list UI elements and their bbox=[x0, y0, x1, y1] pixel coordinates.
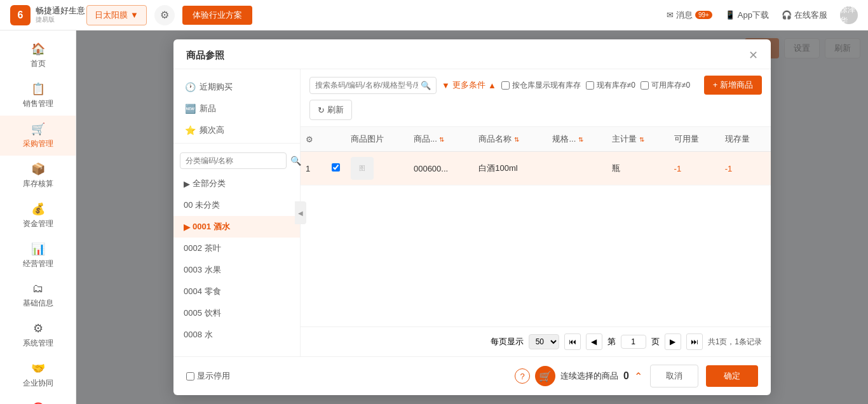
logo-text: 畅捷通好生意 bbox=[36, 6, 85, 16]
clock-icon: 🕐 bbox=[185, 82, 196, 92]
refresh-label: 刷新 bbox=[327, 104, 344, 116]
sidebar-item-purchase[interactable]: 🛒 采购管理 bbox=[0, 116, 76, 156]
product-table: ⚙ 商品图片 商品... ⇅ 商品名称 bbox=[301, 127, 771, 185]
category-item-tea[interactable]: 0002 茶叶 bbox=[173, 238, 300, 259]
category-label-snacks: 0004 零食 bbox=[184, 286, 221, 297]
check-available-stock[interactable]: 可用库存≠0 bbox=[641, 80, 690, 91]
sidebar-item-inventory[interactable]: 📦 库存核算 bbox=[0, 156, 76, 196]
col-name[interactable]: 商品名称 ⇅ bbox=[473, 127, 547, 152]
main-layout: 🏠 首页 📋 销售管理 🛒 采购管理 📦 库存核算 💰 资金管理 📊 经营管理 … bbox=[0, 30, 868, 404]
filter-more-arrow-icon: ▲ bbox=[488, 81, 496, 90]
check-warehouse-input[interactable] bbox=[501, 81, 510, 90]
col-spec[interactable]: 规格... ⇅ bbox=[547, 127, 607, 152]
table-body: 1 图 000600... 白酒100ml 瓶 bbox=[301, 152, 771, 185]
sidebar-item-sales[interactable]: 📋 销售管理 bbox=[0, 76, 76, 116]
sidebar-item-enterprise[interactable]: 🤝 企业协同 bbox=[0, 355, 76, 395]
sidebar-item-system[interactable]: ⚙ 系统管理 bbox=[0, 315, 76, 355]
category-search-icon[interactable]: 🔍 bbox=[290, 156, 301, 166]
close-button[interactable]: ✕ bbox=[749, 48, 758, 62]
prev-page-btn[interactable]: ◀ bbox=[586, 333, 602, 350]
sidebar-item-operations[interactable]: 📊 经营管理 bbox=[0, 236, 76, 276]
check-warehouse[interactable]: 按仓库显示现有库存 bbox=[501, 80, 581, 91]
row-checkbox[interactable] bbox=[332, 163, 340, 172]
filter-search-input[interactable] bbox=[315, 81, 418, 90]
category-label-appliances: 0010 家电 bbox=[184, 351, 221, 351]
inventory-icon: 📦 bbox=[31, 162, 45, 176]
nav-selector-label: 日太阳膜 bbox=[95, 10, 128, 21]
category-item-water[interactable]: 0008 水 bbox=[173, 324, 300, 346]
check-available-stock-input[interactable] bbox=[641, 81, 649, 90]
experience-btn[interactable]: 体验行业方案 bbox=[182, 6, 252, 25]
col-unit[interactable]: 主计量 ⇅ bbox=[607, 127, 668, 152]
cell-available: -1 bbox=[669, 152, 720, 185]
tab-frequent[interactable]: ⭐ 频次高 bbox=[179, 120, 295, 140]
category-item-snacks[interactable]: 0004 零食 bbox=[173, 281, 300, 302]
sort-code-icon: ⇅ bbox=[439, 136, 444, 143]
cancel-btn[interactable]: 取消 bbox=[650, 365, 698, 387]
refresh-btn[interactable]: ↻ 刷新 bbox=[309, 100, 352, 120]
next-page-btn[interactable]: ▶ bbox=[665, 333, 681, 350]
collapse-panel-btn[interactable]: ◀ bbox=[295, 201, 306, 224]
sidebar-label-inventory: 库存核算 bbox=[23, 178, 53, 189]
col-settings[interactable]: ⚙ bbox=[301, 127, 327, 152]
avatar[interactable]: 徐泽华 bbox=[840, 6, 858, 24]
category-item-appliances[interactable]: 0010 家电 bbox=[173, 346, 300, 351]
tab-recent-purchase[interactable]: 🕐 近期购买 bbox=[179, 77, 295, 97]
cell-image: 图 bbox=[346, 152, 409, 185]
footer-collapse-icon[interactable]: ⌃ bbox=[634, 370, 642, 382]
last-page-btn[interactable]: ⏭ bbox=[686, 333, 703, 350]
app-download-item[interactable]: 📱 App下载 bbox=[725, 10, 769, 21]
category-search-input[interactable] bbox=[180, 152, 287, 169]
online-service-item[interactable]: 🎧 在线客服 bbox=[782, 10, 827, 21]
category-item-fruit[interactable]: 0003 水果 bbox=[173, 259, 300, 281]
category-item-all[interactable]: ▶ 全部分类 bbox=[173, 173, 300, 194]
sidebar: 🏠 首页 📋 销售管理 🛒 采购管理 📦 库存核算 💰 资金管理 📊 经营管理 … bbox=[0, 30, 76, 404]
tab-new-products[interactable]: 🆕 新品 bbox=[179, 98, 295, 119]
pagination-bar: 每页显示 50 ⏮ ◀ 第 页 ▶ ⏭ 共1页，1条记录 bbox=[301, 327, 771, 356]
filter-more-conditions[interactable]: ▼ 更多条件 ▲ bbox=[442, 79, 496, 91]
category-item-alcohol[interactable]: ▶ 0001 酒水 bbox=[173, 216, 300, 238]
check-current-stock-input[interactable] bbox=[586, 81, 594, 90]
sidebar-item-finance[interactable]: 💰 资金管理 bbox=[0, 196, 76, 236]
show-disabled-checkbox[interactable] bbox=[186, 372, 194, 380]
col-name-label: 商品名称 bbox=[478, 134, 512, 144]
logo-area: 6 畅捷通好生意 捷易版 bbox=[10, 5, 86, 25]
check-warehouse-label: 按仓库显示现有库存 bbox=[512, 80, 581, 91]
cell-checkbox[interactable] bbox=[327, 152, 346, 185]
username: 徐泽华 bbox=[840, 4, 858, 26]
category-item-drinks[interactable]: 0005 饮料 bbox=[173, 302, 300, 324]
sidebar-label-enterprise: 企业协同 bbox=[23, 378, 53, 389]
mobile-icon: 📱 bbox=[725, 10, 735, 20]
category-item-unclassified[interactable]: 00 未分类 bbox=[173, 194, 300, 216]
message-label: 消息 bbox=[676, 10, 693, 21]
nav-selector[interactable]: 日太阳膜 ▼ bbox=[86, 5, 147, 25]
message-item[interactable]: ✉ 消息 99+ bbox=[667, 10, 712, 21]
page-size-select[interactable]: 50 bbox=[529, 334, 559, 349]
first-page-btn[interactable]: ⏮ bbox=[564, 333, 581, 350]
cart-btn[interactable]: 🛒 bbox=[535, 366, 555, 386]
operations-icon: 📊 bbox=[31, 242, 45, 256]
check-current-stock[interactable]: 现有库存≠0 bbox=[586, 80, 635, 91]
guide-icon: 🎯 bbox=[31, 401, 45, 404]
page-input[interactable] bbox=[621, 335, 646, 349]
confirm-btn[interactable]: 确定 bbox=[706, 365, 758, 387]
check-current-stock-label: 现有库存≠0 bbox=[597, 80, 635, 91]
sidebar-label-purchase: 采购管理 bbox=[23, 138, 53, 149]
col-image: 商品图片 bbox=[346, 127, 409, 152]
cell-code: 000600... bbox=[409, 152, 473, 185]
gear-icon[interactable]: ⚙ bbox=[154, 5, 175, 25]
add-product-btn[interactable]: + 新增商品 bbox=[704, 76, 762, 95]
sidebar-item-basics[interactable]: 🗂 基础信息 bbox=[0, 276, 76, 315]
sidebar-item-home[interactable]: 🏠 首页 bbox=[0, 36, 76, 76]
help-btn[interactable]: ? bbox=[515, 368, 530, 384]
show-disabled-check[interactable]: 显示停用 bbox=[186, 370, 230, 382]
filter-search-box: 🔍 bbox=[309, 77, 437, 94]
table-row[interactable]: 1 图 000600... 白酒100ml 瓶 bbox=[301, 152, 771, 185]
sort-unit-icon: ⇅ bbox=[639, 136, 644, 143]
left-panel-tabs: 🕐 近期购买 🆕 新品 ⭐ 频次高 bbox=[173, 74, 300, 144]
dialog-title: 商品参照 bbox=[186, 50, 224, 62]
dialog-overlay: 商品参照 ✕ 🕐 近期购买 🆕 bbox=[76, 30, 868, 404]
col-code[interactable]: 商品... ⇅ bbox=[409, 127, 473, 152]
filter-search-icon[interactable]: 🔍 bbox=[421, 81, 431, 90]
sidebar-item-guide[interactable]: 🎯 新手引导 bbox=[0, 395, 76, 404]
